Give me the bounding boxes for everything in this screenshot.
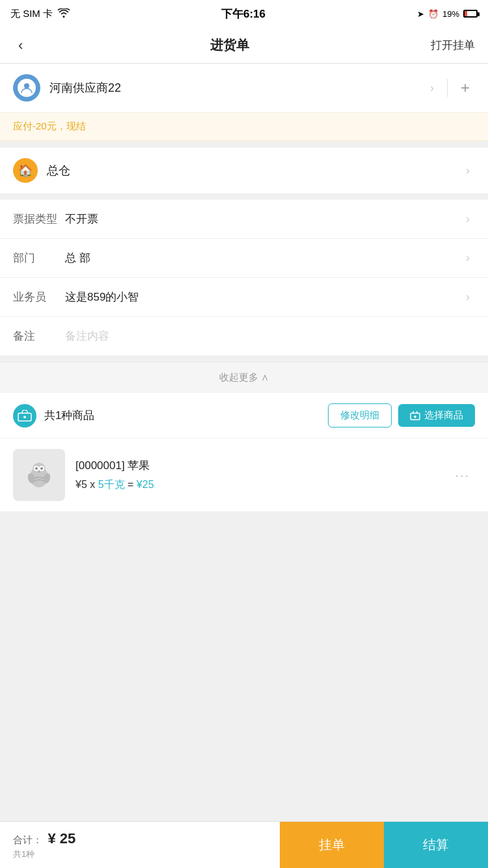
dept-label: 部门 <box>13 251 65 265</box>
dept-row[interactable]: 部门 总 部 › <box>0 239 488 278</box>
notice-bar: 应付-20元，现结 <box>0 113 488 141</box>
svg-point-0 <box>24 83 29 88</box>
warehouse-name: 总仓 <box>47 163 466 178</box>
dept-value: 总 部 <box>65 251 466 265</box>
product-name: [0000001] 苹果 <box>75 458 450 473</box>
product-thumbnail <box>13 449 65 501</box>
form-section: 票据类型 不开票 › 部门 总 部 › 业务员 这是859的小智 › 备注 备注… <box>0 200 488 355</box>
product-section: 共1种商品 修改明细 选择商品 <box>0 393 488 512</box>
remark-placeholder: 备注内容 <box>65 329 475 344</box>
product-item: [0000001] 苹果 ¥5 x 5千克 = ¥25 ··· <box>0 439 488 512</box>
remark-row[interactable]: 备注 备注内容 <box>0 317 488 355</box>
open-hold-button[interactable]: 打开挂单 <box>431 38 475 53</box>
edit-detail-button[interactable]: 修改明细 <box>328 403 392 427</box>
invoice-chevron-icon: › <box>466 212 470 226</box>
add-supplier-button[interactable]: + <box>455 76 475 100</box>
supplier-section: 河南供应商22 › + 应付-20元，现结 <box>0 64 488 141</box>
warehouse-section: 🏠 总仓 › <box>0 148 488 193</box>
battery-icon <box>463 10 478 18</box>
supplier-row[interactable]: 河南供应商22 › + <box>0 64 488 113</box>
product-more-button[interactable]: ··· <box>450 463 475 488</box>
status-right: ➤ ⏰ 19% <box>417 9 478 19</box>
total-label: 合计： <box>13 834 42 845</box>
remark-label: 备注 <box>13 329 65 344</box>
total-count: 共1种 <box>13 848 267 860</box>
product-count-icon <box>13 404 36 427</box>
page-title: 进货单 <box>210 36 249 54</box>
product-header: 共1种商品 修改明细 选择商品 <box>0 393 488 439</box>
product-code: [0000001] <box>75 459 125 472</box>
main-content: 河南供应商22 › + 应付-20元，现结 🏠 总仓 › 票据类型 不开票 › … <box>0 64 488 571</box>
vertical-divider <box>447 79 448 97</box>
status-time: 下午6:16 <box>221 7 265 21</box>
collapse-label: 收起更多 ∧ <box>219 372 269 383</box>
supplier-avatar <box>13 74 40 102</box>
supplier-avatar-inner <box>18 79 36 97</box>
back-button[interactable]: ‹ <box>13 32 28 59</box>
staff-chevron-icon: › <box>466 290 470 304</box>
notice-text: 应付-20元，现结 <box>13 120 86 131</box>
svg-point-8 <box>35 467 38 470</box>
total-section: 合计： ¥ 25 共1种 <box>0 825 280 865</box>
staff-row[interactable]: 业务员 这是859的小智 › <box>0 278 488 317</box>
nav-bar: ‹ 进货单 打开挂单 <box>0 27 488 64</box>
checkout-button[interactable]: 结算 <box>384 822 488 869</box>
invoice-row[interactable]: 票据类型 不开票 › <box>0 200 488 239</box>
staff-label: 业务员 <box>13 290 65 305</box>
battery-percent: 19% <box>442 9 459 19</box>
status-bar: 无 SIM 卡 下午6:16 ➤ ⏰ 19% <box>0 0 488 27</box>
bottom-bar: 合计： ¥ 25 共1种 挂单 结算 <box>0 821 488 868</box>
svg-point-2 <box>23 416 26 418</box>
location-icon: ➤ <box>417 9 424 19</box>
supplier-chevron-icon: › <box>430 81 434 95</box>
product-quantity: 5千克 <box>98 479 125 490</box>
product-count-label: 共1种商品 <box>44 408 328 423</box>
dept-chevron-icon: › <box>466 251 470 265</box>
status-carrier: 无 SIM 卡 <box>10 8 70 20</box>
staff-value: 这是859的小智 <box>65 290 466 305</box>
supplier-name: 河南供应商22 <box>49 80 430 96</box>
alarm-icon: ⏰ <box>428 9 439 19</box>
invoice-label: 票据类型 <box>13 211 65 226</box>
warehouse-row[interactable]: 🏠 总仓 › <box>0 148 488 193</box>
product-info: [0000001] 苹果 ¥5 x 5千克 = ¥25 <box>75 458 450 492</box>
hold-button[interactable]: 挂单 <box>280 822 384 869</box>
select-product-button[interactable]: 选择商品 <box>398 404 475 427</box>
warehouse-chevron-icon: › <box>466 164 470 178</box>
carrier-text: 无 SIM 卡 <box>10 8 53 20</box>
wifi-icon <box>58 8 70 20</box>
warehouse-icon: 🏠 <box>13 158 38 183</box>
product-unit-price: ¥5 <box>75 479 87 490</box>
select-product-label: 选择商品 <box>424 409 463 422</box>
product-title: 苹果 <box>128 459 150 472</box>
total-amount: ¥ 25 <box>47 830 75 847</box>
product-price: ¥5 x 5千克 = ¥25 <box>75 478 450 492</box>
product-total: ¥25 <box>137 479 154 490</box>
svg-point-9 <box>40 467 43 470</box>
invoice-value: 不开票 <box>65 211 466 226</box>
collapse-bar[interactable]: 收起更多 ∧ <box>0 362 488 393</box>
